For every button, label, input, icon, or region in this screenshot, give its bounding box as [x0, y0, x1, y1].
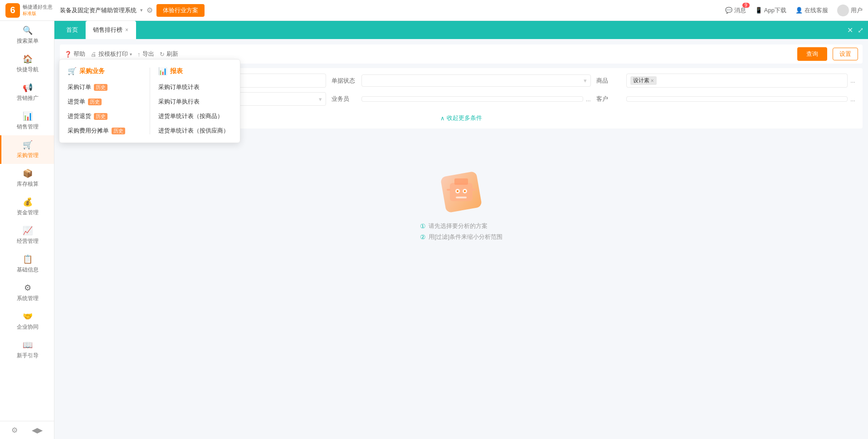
purchase-expense-history[interactable]: 历史 — [112, 128, 125, 134]
purchase-order-history[interactable]: 历史 — [94, 84, 107, 91]
dropdown-item-goods-in[interactable]: 进货单 历史 — [63, 94, 146, 109]
goods-stat-by-supplier-label: 进货单统计表（按供应商） — [158, 127, 229, 135]
order-exec-label: 采购订单执行表 — [158, 98, 200, 106]
goods-stat-by-goods-label: 进货单统计表（按商品） — [158, 112, 223, 120]
goods-return-label: 进货退货 — [68, 112, 91, 120]
dropdown-item-purchase-expense[interactable]: 采购费用分摊单 历史 — [63, 123, 146, 138]
dropdown-item-purchase-order[interactable]: 采购订单 历史 — [63, 80, 146, 94]
dropdown-biz-col: 🛒 采购业务 采购订单 历史 进货单 历史 进货退货 历史 采购费用分摊单 历史 — [59, 64, 150, 138]
dropdown-item-order-exec[interactable]: 采购订单执行表 — [154, 94, 237, 109]
report-icon: 📊 — [158, 67, 167, 75]
goods-in-history[interactable]: 历史 — [88, 99, 102, 105]
biz-title-label: 采购业务 — [79, 67, 105, 75]
purchase-expense-label: 采购费用分摊单 — [68, 127, 109, 135]
dropdown-item-order-stat[interactable]: 采购订单统计表 — [154, 80, 237, 94]
biz-icon: 🛒 — [68, 67, 77, 75]
goods-in-label: 进货单 — [68, 98, 85, 106]
dropdown-report-col: 📊 报表 采购订单统计表 采购订单执行表 进货单统计表（按商品） 进货单统计表（… — [150, 64, 240, 138]
dropdown-item-goods-stat-by-supplier[interactable]: 进货单统计表（按供应商） — [154, 123, 237, 138]
dropdown-item-goods-return[interactable]: 进货退货 历史 — [63, 109, 146, 123]
purchase-order-label: 采购订单 — [68, 83, 91, 91]
dropdown-item-goods-stat-by-goods[interactable]: 进货单统计表（按商品） — [154, 109, 237, 123]
dropdown-report-title: 📊 报表 — [154, 64, 237, 78]
order-stat-label: 采购订单统计表 — [158, 83, 200, 91]
goods-return-history[interactable]: 历史 — [94, 113, 107, 120]
report-title-label: 报表 — [170, 67, 183, 75]
dropdown-biz-title: 🛒 采购业务 — [63, 64, 146, 78]
purchase-dropdown-menu: 🛒 采购业务 采购订单 历史 进货单 历史 进货退货 历史 采购费用分摊单 历史… — [59, 59, 240, 143]
